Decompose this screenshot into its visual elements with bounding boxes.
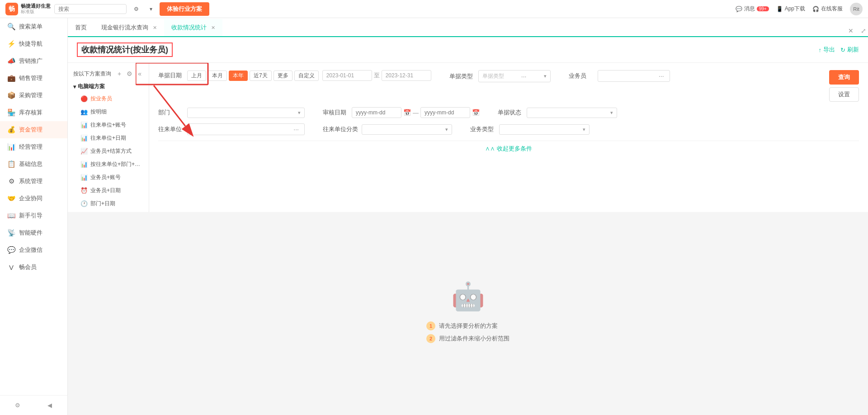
app-download-btn[interactable]: 📱 App下载 — [776, 5, 805, 13]
sidebar-bottom: ⚙ ◀ — [0, 395, 67, 415]
tab-collection[interactable]: 收款情况统计 ✕ — [164, 19, 222, 37]
operations-icon: 📊 — [7, 143, 15, 151]
query-btn[interactable]: 查询 — [829, 70, 859, 85]
action-btns: 查询 设置 — [829, 70, 859, 102]
date-to-input[interactable] — [382, 70, 431, 81]
dept-select[interactable]: ▾ — [187, 108, 305, 118]
biz-type-select[interactable]: ▾ — [499, 124, 590, 135]
partner-select[interactable]: ··· — [187, 123, 305, 135]
scheme-desktop-category[interactable]: ▾ 电脑端方案 — [68, 81, 149, 92]
scheme-item-salesman-settle[interactable]: 📈 业务员+结算方式 — [68, 145, 149, 158]
sidebar-item-collab[interactable]: 🤝 企业协同 — [0, 190, 67, 207]
partner-cat-arrow-icon: ▾ — [445, 127, 448, 132]
guide-icon: 📖 — [7, 212, 15, 220]
category-more-icon[interactable]: ··· — [521, 73, 527, 80]
service-icon: 🎧 — [812, 6, 819, 12]
search-panel-wrapper: 按以下方案查询 + ⚙ « ▾ 电脑端方案 🔴 — [68, 63, 868, 212]
sidebar-item-inventory[interactable]: 🏪 库存核算 — [0, 104, 67, 121]
audit-from-input[interactable] — [352, 107, 401, 118]
window-controls: ✕ ⤢ — [846, 25, 868, 36]
tab-collection-close[interactable]: ✕ — [211, 25, 215, 31]
scheme-item-partner-account[interactable]: 📊 往来单位+账号 — [68, 118, 149, 132]
date-from-input[interactable] — [322, 70, 372, 81]
brand-name-top: 畅捷通好生意 — [21, 3, 51, 9]
collapse-bar[interactable]: ∧∧ 收起更多条件 — [158, 141, 859, 156]
date-quick-btns: 上月 本月 本年 近7天 更多 自定义 — [187, 71, 319, 81]
sidebar-item-marketing[interactable]: 📣 营销推广 — [0, 52, 67, 70]
dropdown-btn-top[interactable]: ▾ — [146, 4, 156, 14]
basic-icon: 📋 — [7, 160, 15, 168]
sidebar-item-wechat[interactable]: 💬 企业微信 — [0, 241, 67, 259]
scheme-item-salesman[interactable]: 🔴 按业务员 — [68, 92, 149, 105]
scheme-item-dept-date[interactable]: 🕐 部门+日期 — [68, 197, 149, 210]
date-btn-7days[interactable]: 近7天 — [250, 71, 272, 81]
date-btn-lastmonth[interactable]: 上月 — [187, 71, 206, 81]
salesman-select[interactable]: ··· — [598, 70, 670, 82]
sidebar-menu: 🔍 搜索菜单 ⚡ 快捷导航 📣 营销推广 💼 销售管理 📦 采购管理 — [0, 18, 67, 395]
scheme-item-complex[interactable]: 📊 按往来单位+部门+收... — [68, 158, 149, 171]
scheme-item-salesman-account[interactable]: 📊 业务员+账号 — [68, 171, 149, 184]
scheme-item-detail[interactable]: 👥 按明细 — [68, 105, 149, 118]
sidebar-settings-btn[interactable]: ⚙ — [4, 399, 32, 411]
sidebar-item-member[interactable]: V 畅会员 — [0, 259, 67, 276]
export-icon: ↑ — [819, 47, 822, 53]
date-btn-custom[interactable]: 自定义 — [294, 71, 319, 81]
scheme-dd-icon: 🕐 — [80, 200, 88, 207]
category-select[interactable]: 单据类型 ··· ▾ — [478, 70, 551, 82]
sidebar-item-purchase[interactable]: 📦 采购管理 — [0, 87, 67, 104]
status-select[interactable]: ▾ — [527, 108, 617, 118]
search-input[interactable] — [54, 4, 127, 14]
sidebar-item-hardware[interactable]: 📡 智能硬件 — [0, 224, 67, 241]
empty-state: 🤖 1 请先选择要分析的方案 2 用过滤条件来缩小分析范围 — [68, 212, 868, 415]
scheme-settings-btn[interactable]: ⚙ — [125, 69, 134, 78]
scheme-sd-icon: ⏰ — [80, 187, 88, 194]
sidebar-item-guide[interactable]: 📖 新手引导 — [0, 207, 67, 224]
trial-btn[interactable]: 体验行业方案 — [160, 2, 209, 16]
tab-home[interactable]: 首页 — [68, 19, 94, 37]
tab-cash-flow-close[interactable]: ✕ — [153, 25, 157, 31]
date-btn-more[interactable]: 更多 — [274, 71, 292, 81]
messages-btn[interactable]: 💬 消息 99+ — [736, 5, 769, 13]
refresh-btn[interactable]: ↻ 刷新 — [840, 46, 859, 54]
partner-cat-label: 往来单位分类 — [323, 125, 358, 133]
scheme-item-partner-date[interactable]: 📊 往来单位+日期 — [68, 132, 149, 145]
salesman-more-icon[interactable]: ··· — [659, 72, 664, 80]
refresh-icon: ↻ — [840, 47, 845, 53]
content-area: 首页 现金银行流水查询 ✕ 收款情况统计 ✕ ✕ ⤢ — [68, 18, 868, 415]
scheme-sa-icon: 📊 — [80, 174, 88, 181]
sales-icon: 💼 — [7, 74, 15, 82]
scheme-add-btn[interactable]: + — [116, 69, 123, 78]
date-btn-thisyear[interactable]: 本年 — [229, 71, 248, 81]
sidebar-item-sales[interactable]: 💼 销售管理 — [0, 70, 67, 87]
partner-cat-select[interactable]: ▾ — [362, 124, 452, 135]
export-btn[interactable]: ↑ 导出 — [819, 46, 835, 54]
online-service-btn[interactable]: 🎧 在线客服 — [812, 5, 843, 13]
partner-more-icon[interactable]: ··· — [293, 126, 299, 133]
date-btn-thismonth[interactable]: 本月 — [208, 71, 227, 81]
sidebar-item-system[interactable]: ⚙ 系统管理 — [0, 173, 67, 190]
window-maximize-btn[interactable]: ⤢ — [859, 25, 868, 36]
top-bar-logo: 畅 畅捷通好生意 标准版 — [5, 3, 51, 15]
audit-to-input[interactable] — [420, 107, 470, 118]
top-bar-right: 💬 消息 99+ 📱 App下载 🎧 在线客服 Rit — [736, 3, 863, 15]
scheme-item-salesman-date[interactable]: ⏰ 业务员+日期 — [68, 184, 149, 197]
dept-label: 部门 — [158, 108, 184, 117]
set-btn[interactable]: 设置 — [829, 87, 859, 102]
finance-icon: 💰 — [7, 126, 15, 134]
tab-cash-flow[interactable]: 现金银行流水查询 ✕ — [94, 19, 164, 37]
scheme-collapse-btn[interactable]: « — [136, 69, 143, 78]
sidebar-item-nav[interactable]: ⚡ 快捷导航 — [0, 35, 67, 52]
sidebar-item-search[interactable]: 🔍 搜索菜单 — [0, 18, 67, 35]
settings-btn-top[interactable]: ⚙ — [130, 4, 142, 14]
scheme-ss-icon: 📈 — [80, 148, 88, 155]
sidebar-collapse-btn[interactable]: ◀ — [36, 399, 64, 411]
sidebar-item-basic[interactable]: 📋 基础信息 — [0, 156, 67, 173]
status-arrow-icon: ▾ — [610, 110, 613, 116]
user-avatar[interactable]: Rit — [850, 3, 863, 15]
sidebar-item-finance[interactable]: 💰 资金管理 — [0, 121, 67, 138]
window-close-btn[interactable]: ✕ — [846, 25, 855, 36]
collab-icon: 🤝 — [7, 194, 15, 203]
member-icon: V — [7, 264, 15, 271]
scheme-item-partner-settle1[interactable]: 👥 往来单位+结算方式 — [68, 210, 149, 212]
sidebar-item-operations[interactable]: 📊 经营管理 — [0, 138, 67, 156]
